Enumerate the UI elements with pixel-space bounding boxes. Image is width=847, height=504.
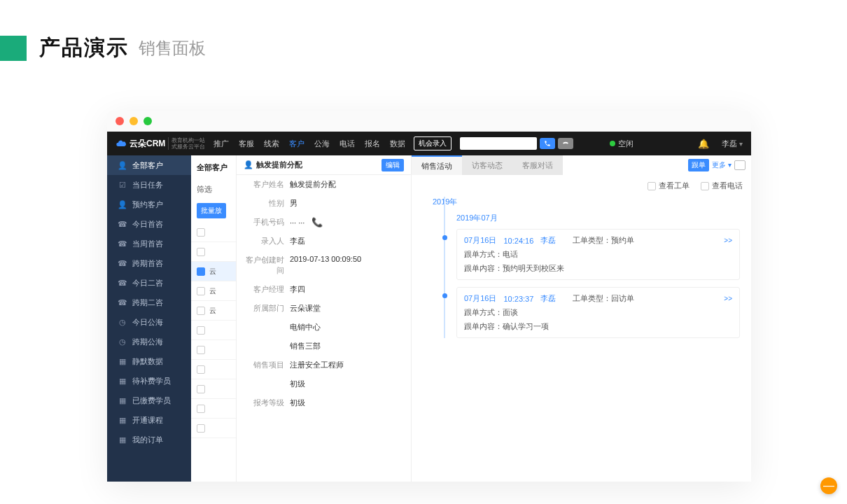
sidebar-item-appointment[interactable]: 👤预约客户 [107, 195, 191, 214]
activity-entry[interactable]: 07月16日 10:23:37 李磊 工单类型：回访单 >> 跟单方式：面谈 跟… [456, 287, 740, 338]
activity-entry[interactable]: 07月16日 10:24:16 李磊 工单类型：预约单 >> 跟单方式：电话 跟… [456, 229, 740, 280]
nav-customers[interactable]: 客户 [289, 139, 304, 149]
checkbox[interactable] [197, 424, 205, 433]
sidebar-item-today-second[interactable]: ☎今日二咨 [107, 273, 191, 293]
tab-sales-activity[interactable]: 销售活动 [412, 155, 462, 175]
field-sales-project-2: 初级 [237, 374, 411, 393]
page-header: 产品演示 销售面板 [0, 0, 847, 79]
entry-method: 跟单方式：面谈 [464, 307, 732, 318]
view-orders-checkbox[interactable]: 查看工单 [648, 181, 690, 191]
table-row[interactable]: 云 [191, 262, 236, 281]
status-indicator-icon [610, 141, 615, 146]
entry-expand-button[interactable]: >> [724, 295, 732, 302]
checkbox[interactable] [648, 182, 656, 190]
filter-label[interactable]: 筛选 [191, 180, 236, 199]
sidebar-item-week-first[interactable]: ☎当周首咨 [107, 234, 191, 253]
hangup-button[interactable] [558, 138, 573, 149]
sidebar-item-cross-second[interactable]: ☎跨期二咨 [107, 293, 191, 312]
sidebar-item-enable-course[interactable]: ▦开通课程 [107, 410, 191, 430]
detail-title: 触发提前分配 [256, 160, 302, 170]
batch-release-button[interactable]: 批量放 [197, 203, 226, 218]
entry-time: 10:24:16 [503, 237, 533, 245]
opportunity-entry-button[interactable]: 机会录入 [414, 136, 451, 150]
checkbox[interactable] [197, 385, 205, 393]
user-menu[interactable]: 李磊 ▾ [722, 139, 743, 149]
nav-data[interactable]: 数据 [390, 139, 405, 149]
entry-expand-button[interactable]: >> [724, 237, 732, 244]
view-calls-checkbox[interactable]: 查看电话 [701, 181, 743, 191]
checkbox[interactable] [197, 307, 205, 315]
call-button[interactable] [540, 138, 555, 149]
table-row[interactable] [191, 379, 236, 399]
sidebar: 👤全部客户 ☑当日任务 👤预约客户 ☎今日首咨 ☎当周首咨 ☎跨期首咨 ☎今日二… [107, 155, 191, 482]
more-button[interactable]: 更多 ▾ [712, 160, 732, 170]
cloud-icon [115, 138, 127, 149]
table-row[interactable] [191, 360, 236, 379]
sidebar-item-paid[interactable]: ▦已缴费学员 [107, 391, 191, 410]
follow-button[interactable]: 跟单 [688, 159, 709, 172]
table-row[interactable] [191, 340, 236, 360]
sidebar-item-pending-pay[interactable]: ▦待补费学员 [107, 371, 191, 391]
timeline-year: 2019年 [433, 197, 740, 207]
sidebar-item-label: 跨期首咨 [132, 258, 163, 269]
checkbox[interactable] [701, 182, 709, 190]
table-row[interactable] [191, 321, 236, 340]
tab-service-chat[interactable]: 客服对话 [512, 155, 563, 175]
sidebar-item-cross-first[interactable]: ☎跨期首咨 [107, 253, 191, 273]
tab-visitor[interactable]: 访客动态 [462, 155, 512, 175]
brand-logo[interactable]: 云朵CRM 教育机构一站式服务云平台 [115, 137, 205, 150]
list-header: 全部客户 [191, 155, 236, 180]
checkbox[interactable] [197, 365, 205, 374]
field-department-3: 销售三部 [237, 337, 411, 356]
page-subtitle: 销售面板 [139, 37, 206, 59]
nav-pool[interactable]: 公海 [314, 139, 330, 149]
status-text[interactable]: 空闲 [618, 139, 634, 149]
nav-signup[interactable]: 报名 [365, 139, 380, 149]
nav-service[interactable]: 客服 [239, 139, 254, 149]
sidebar-item-cross-pool[interactable]: ◷跨期公海 [107, 332, 191, 351]
entry-header: 07月16日 10:23:37 李磊 工单类型：回访单 >> [464, 293, 732, 304]
fab-button[interactable]: — [820, 477, 837, 494]
maximize-icon[interactable] [144, 117, 152, 125]
checkbox[interactable] [197, 248, 205, 256]
sidebar-item-today-pool[interactable]: ◷今日公海 [107, 312, 191, 332]
checkbox[interactable] [197, 228, 205, 237]
sidebar-item-label: 预约客户 [132, 200, 163, 210]
close-icon[interactable] [115, 117, 124, 125]
search-input[interactable] [460, 137, 537, 150]
clock-icon: ◷ [118, 337, 127, 346]
table-row[interactable]: 云 [191, 301, 236, 321]
checkbox[interactable] [197, 287, 205, 295]
phone-call-icon[interactable]: 📞 [312, 217, 323, 227]
nav-promotion[interactable]: 推广 [214, 139, 229, 149]
sidebar-item-label: 跨期二咨 [132, 298, 163, 308]
checkbox[interactable] [197, 326, 205, 335]
entry-author: 李磊 [540, 235, 556, 246]
sidebar-item-all-customers[interactable]: 👤全部客户 [107, 155, 191, 175]
nav-leads[interactable]: 线索 [264, 139, 279, 149]
sidebar-item-label: 开通课程 [132, 415, 163, 426]
sidebar-item-label: 今日首咨 [132, 219, 163, 230]
checkbox[interactable] [197, 346, 205, 354]
sidebar-item-silent-data[interactable]: ▦静默数据 [107, 351, 191, 371]
checkbox[interactable] [197, 405, 205, 413]
table-row[interactable] [191, 399, 236, 419]
sidebar-item-today-first[interactable]: ☎今日首咨 [107, 214, 191, 234]
field-sales-project: 销售项目注册安全工程师 [237, 356, 411, 374]
table-row[interactable] [191, 419, 236, 438]
table-row[interactable] [191, 242, 236, 262]
sidebar-item-today-tasks[interactable]: ☑当日任务 [107, 175, 191, 195]
table-row[interactable]: 云 [191, 281, 236, 301]
minimize-icon[interactable] [130, 117, 138, 125]
entry-time: 10:23:37 [503, 295, 533, 303]
edit-button[interactable]: 编辑 [382, 159, 404, 172]
field-gender: 性别男 [237, 194, 411, 213]
field-created-at: 客户创建时间2019-07-13 00:09:50 [237, 251, 411, 280]
bell-icon[interactable]: 🔔 [698, 139, 709, 149]
layout-icon[interactable] [734, 160, 746, 170]
page-title: 产品演示 [39, 34, 129, 62]
sidebar-item-my-orders[interactable]: ▦我的订单 [107, 430, 191, 449]
nav-phone[interactable]: 电话 [340, 139, 355, 149]
task-icon: ☑ [118, 181, 127, 190]
checkbox[interactable] [197, 267, 205, 276]
